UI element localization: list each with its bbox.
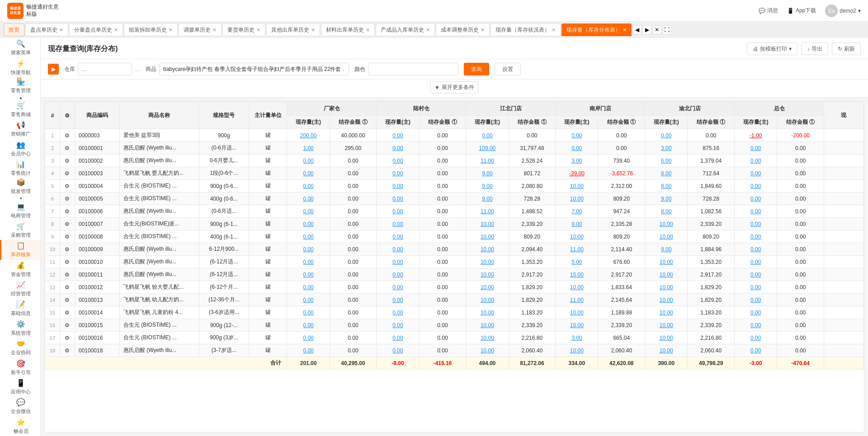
row-yb-qty[interactable]: 10.00 (645, 256, 688, 268)
table-container[interactable]: # ⚙ 商品编码 商品名称 规格型号 主计量单位 厂家仓 陆村仓 江北门店 南岸… (44, 101, 864, 432)
row-jb-qty[interactable]: 10.00 (466, 230, 509, 243)
row-na-qty[interactable]: 7.00 (556, 205, 598, 218)
row-f-qty[interactable]: 0.00 (287, 281, 330, 294)
tab-3[interactable]: 组装拆卸单历史 ✕ (124, 23, 178, 36)
row-jb-qty[interactable]: 11.00 (466, 205, 509, 218)
row-f-qty[interactable]: 0.00 (287, 218, 330, 230)
row-gear[interactable]: ⚙ (60, 192, 75, 205)
sidebar-item-nav[interactable]: ⚡ 快捷导航 (0, 57, 40, 77)
sidebar-item-member2[interactable]: ⭐ 畅会员 (0, 417, 40, 436)
row-l-qty[interactable]: 0.00 (377, 167, 419, 180)
row-gear[interactable]: ⚙ (60, 167, 75, 180)
row-f-qty[interactable]: 200.00 (287, 129, 330, 142)
row-gear[interactable]: ⚙ (60, 344, 75, 357)
row-yb-qty[interactable]: 10.00 (645, 332, 688, 344)
row-f-qty[interactable]: 0.00 (287, 192, 330, 205)
row-na-qty[interactable]: 10.00 (556, 230, 598, 243)
row-jb-qty[interactable]: 11.00 (466, 155, 509, 167)
tab-close-9[interactable]: ✕ (481, 27, 485, 33)
sidebar-item-retail-mgmt[interactable]: 🏪 零售管理 ▲ (0, 77, 40, 100)
tab-2[interactable]: 分量盘点单历史 ✕ (69, 23, 123, 36)
tab-close-4[interactable]: ✕ (212, 27, 217, 33)
row-yb-qty[interactable]: 10.00 (645, 281, 688, 294)
tab-nav-next[interactable]: ▶ (642, 25, 651, 34)
tab-10[interactable]: 现存量（库存状况表） ✕ (491, 23, 561, 36)
row-jb-qty[interactable]: 10.00 (466, 218, 509, 230)
row-gear[interactable]: ⚙ (60, 155, 75, 167)
row-gear[interactable]: ⚙ (60, 268, 75, 281)
row-l-qty[interactable]: 0.00 (377, 230, 419, 243)
row-f-qty[interactable]: 0.00 (287, 256, 330, 268)
row-na-qty[interactable]: 10.00 (556, 319, 598, 332)
tab-nav-expand[interactable]: ⛶ (662, 25, 671, 34)
row-na-qty[interactable]: 0.00 (556, 142, 598, 155)
row-gear[interactable]: ⚙ (60, 319, 75, 332)
query-btn[interactable]: 查询 (464, 63, 489, 75)
row-l-qty[interactable]: 0.00 (377, 319, 419, 332)
sidebar-item-marketing[interactable]: 📢 营销推广 (0, 119, 40, 139)
sidebar-item-member[interactable]: 👥 会员中心 (0, 139, 40, 159)
row-gear[interactable]: ⚙ (60, 230, 75, 243)
row-l-qty[interactable]: 0.00 (377, 306, 419, 319)
tab-close-8[interactable]: ✕ (426, 27, 430, 33)
row-f-qty[interactable]: 0.00 (287, 155, 330, 167)
row-gear[interactable]: ⚙ (60, 294, 75, 306)
row-yb-qty[interactable]: 9.00 (645, 243, 688, 256)
sidebar-item-finance[interactable]: 💰 资金管理 (0, 260, 40, 279)
row-yb-qty[interactable]: 10.00 (645, 268, 688, 281)
row-jb-qty[interactable]: 10.00 (466, 306, 509, 319)
row-t-qty[interactable]: 0.00 (735, 218, 777, 230)
row-na-qty[interactable]: 3.00 (556, 332, 598, 344)
tab-active[interactable]: 现存量（库存分布表） ✕ (561, 23, 632, 36)
row-na-qty[interactable]: 9.00 (556, 218, 598, 230)
tab-close-3[interactable]: ✕ (169, 27, 173, 33)
row-na-qty[interactable]: 10.00 (556, 180, 598, 192)
row-yb-qty[interactable]: 8.00 (645, 167, 688, 180)
sidebar-item-ecommerce[interactable]: 💻 电商管理 (0, 201, 40, 220)
row-gear[interactable]: ⚙ (60, 256, 75, 268)
row-f-qty[interactable]: 1.00 (287, 142, 330, 155)
row-f-qty[interactable]: 0.00 (287, 167, 330, 180)
tab-close-10[interactable]: ✕ (552, 27, 556, 33)
row-t-qty[interactable]: 0.00 (735, 155, 777, 167)
row-t-qty[interactable]: 0.00 (735, 306, 777, 319)
row-jb-qty[interactable]: 9.00 (466, 167, 509, 180)
row-jb-qty[interactable]: 10.00 (466, 344, 509, 357)
row-t-qty[interactable]: 0.00 (735, 319, 777, 332)
row-yb-qty[interactable]: 10.00 (645, 319, 688, 332)
product-input[interactable] (159, 63, 349, 75)
row-t-qty[interactable]: 0.00 (735, 230, 777, 243)
tab-nav-prev[interactable]: ◀ (632, 25, 642, 34)
row-na-qty[interactable]: -39.00 (556, 167, 598, 180)
sidebar-item-app-center[interactable]: 📱 应用中心 (0, 377, 40, 397)
row-l-qty[interactable]: 0.00 (377, 332, 419, 344)
row-yb-qty[interactable]: 8.00 (645, 180, 688, 192)
row-f-qty[interactable]: 0.00 (287, 306, 330, 319)
row-f-qty[interactable]: 0.00 (287, 344, 330, 357)
row-na-qty[interactable]: 10.00 (556, 281, 598, 294)
print-btn[interactable]: 🖨 按模板打印 ▾ (747, 42, 797, 55)
row-f-qty[interactable]: 0.00 (287, 230, 330, 243)
tab-close-2[interactable]: ✕ (114, 27, 118, 33)
row-f-qty[interactable]: 0.00 (287, 205, 330, 218)
row-gear[interactable]: ⚙ (60, 243, 75, 256)
row-l-qty[interactable]: 0.00 (377, 205, 419, 218)
row-l-qty[interactable]: 0.00 (377, 192, 419, 205)
row-na-qty[interactable]: 0.00 (556, 129, 598, 142)
tab-4[interactable]: 调拨单历史 ✕ (179, 23, 222, 36)
sidebar-item-wechat[interactable]: 💬 企业微信 (0, 397, 40, 416)
row-t-qty[interactable]: 0.00 (735, 332, 777, 344)
row-jb-qty[interactable]: 9.00 (466, 192, 509, 205)
row-gear[interactable]: ⚙ (60, 218, 75, 230)
sidebar-item-retail-stats[interactable]: 📊 零售统计 (0, 159, 40, 178)
row-na-qty[interactable]: 10.00 (556, 344, 598, 357)
row-jb-qty[interactable]: 10.00 (466, 281, 509, 294)
row-gear[interactable]: ⚙ (60, 180, 75, 192)
tab-1[interactable]: 盘点单历史 ✕ (25, 23, 68, 36)
tab-8[interactable]: 产成品入库单历史 ✕ (376, 23, 435, 36)
row-t-qty[interactable]: 0.00 (735, 192, 777, 205)
color-input[interactable] (368, 63, 458, 75)
sidebar-item-basic-info[interactable]: 📝 基础信息 (0, 299, 40, 318)
row-l-qty[interactable]: 0.00 (377, 142, 419, 155)
sidebar-item-guide[interactable]: 🎯 新手引导 (0, 357, 40, 377)
